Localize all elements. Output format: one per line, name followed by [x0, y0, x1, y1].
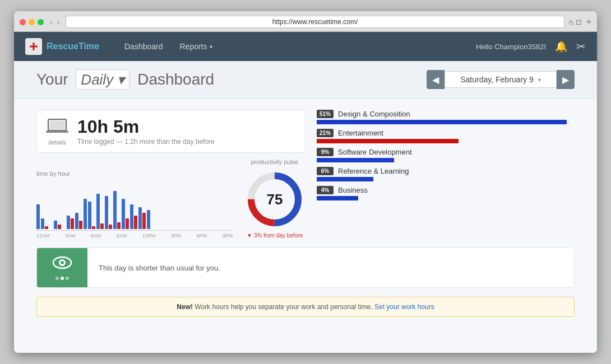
category-pct-1: 21% [317, 129, 334, 137]
insight-dot-1 [55, 277, 59, 280]
bottom-banner: New! Work hours help you separate your w… [36, 297, 575, 317]
red-bar-8 [92, 226, 95, 229]
svg-rect-4 [46, 130, 68, 133]
nav-dashboard[interactable]: Dashboard [116, 32, 172, 61]
next-date-button[interactable]: ▶ [557, 70, 575, 89]
red-bar-11 [117, 222, 121, 229]
reports-label: Reports [179, 42, 207, 51]
bar-label-0: 12AM [36, 233, 50, 239]
category-header-2: 9%Software Development [317, 148, 575, 156]
bar-label-3: 9AM [117, 233, 127, 239]
laptop-icon-wrap: details [46, 117, 68, 146]
address-bar[interactable]: https://www.rescuetime.com/ [66, 16, 564, 28]
blue-bar-8 [88, 202, 91, 229]
bar-group-5 [67, 216, 74, 229]
nav-reports[interactable]: Reports ▾ [171, 32, 220, 61]
details-link[interactable]: details [48, 139, 66, 146]
red-bar-1 [45, 226, 48, 229]
laptop-icon [46, 117, 68, 138]
red-bar-12 [126, 218, 129, 230]
notification-bell-icon[interactable]: 🔔 [555, 40, 567, 53]
bar-group-9 [96, 194, 104, 229]
browser-chrome: ‹ › https://www.rescuetime.com/ ⎋ ⊡ + [14, 11, 597, 32]
eye-icon [52, 255, 72, 273]
blue-bar-5 [67, 216, 70, 229]
insight-dot-3 [66, 277, 69, 280]
reports-dropdown-arrow: ▾ [210, 44, 212, 50]
bar-group-11 [113, 191, 121, 229]
main-content: details 10h 5m Time logged — 1.2h more t… [14, 99, 597, 353]
bar-group-1 [41, 218, 48, 230]
donut-score: 75 [267, 191, 283, 208]
bar-group-0 [36, 204, 40, 229]
category-row-2: 9%Software Development [317, 148, 575, 162]
bar-group-8 [88, 202, 95, 229]
category-name-4: Business [338, 186, 368, 194]
stats-row: details 10h 5m Time logged — 1.2h more t… [36, 110, 575, 239]
bar-label-4: 12PM [142, 233, 156, 239]
set-work-hours-link[interactable]: Set your work hours [374, 303, 434, 311]
nav-links: Dashboard Reports ▾ [116, 32, 221, 61]
bar-label-5: 3PM [171, 233, 182, 239]
prev-date-button[interactable]: ◀ [427, 70, 445, 89]
maximize-button[interactable] [38, 19, 44, 25]
current-date: Saturday, February 9 [460, 75, 533, 84]
category-pct-0: 51% [317, 110, 334, 118]
bar-chart-x-labels: 12AM3AM6AM9AM12PM3PM6PM9PM [36, 233, 233, 239]
blue-bar-6 [75, 213, 78, 229]
bookmark-button[interactable]: ⊡ [576, 18, 582, 26]
red-bar-10 [109, 225, 112, 229]
blue-bar-13 [130, 204, 133, 229]
category-bar-fill-2 [317, 158, 394, 162]
donut-sub-text: ▼ 3% from day before [247, 232, 303, 239]
nav-right: Hello Champion3582I 🔔 ✂ [476, 40, 586, 53]
category-bar-fill-4 [317, 196, 358, 200]
charts-row: time by hour 12AM3AM6AM9AM12PM3PM6PM9PM … [36, 158, 306, 239]
category-bar-fill-3 [317, 177, 373, 181]
blue-bar-15 [147, 210, 150, 229]
category-row-3: 6%Reference & Learning [317, 167, 575, 181]
bar-group-15 [147, 210, 150, 229]
time-logged-box: details 10h 5m Time logged — 1.2h more t… [36, 110, 306, 153]
insight-icon-wrap [37, 248, 87, 287]
blue-bar-1 [41, 218, 44, 230]
time-sub: Time logged — 1.2h more than the day bef… [77, 138, 215, 146]
new-badge: New! [177, 303, 193, 311]
category-bar-track-0 [317, 120, 575, 124]
logo-rescue: Rescue [47, 41, 78, 51]
category-bar-fill-0 [317, 120, 567, 124]
bar-chart [36, 180, 233, 231]
logo-text: RescueTime [47, 41, 99, 52]
red-bar-6 [79, 221, 82, 229]
blue-bar-12 [122, 199, 125, 229]
category-header-4: 4%Business [317, 186, 575, 194]
blue-bar-0 [36, 204, 40, 229]
back-button[interactable]: ‹ [48, 17, 54, 26]
category-name-0: Design & Composition [338, 110, 410, 118]
settings-icon[interactable]: ✂ [576, 40, 586, 53]
category-pct-2: 9% [317, 148, 334, 156]
new-tab-button[interactable]: + [586, 17, 591, 27]
hello-text: Hello Champion3582I [476, 43, 546, 51]
bar-group-3 [54, 221, 61, 229]
insight-text: This day is shorter than usual for you. [87, 255, 232, 281]
category-bar-track-4 [317, 196, 575, 200]
category-header-1: 21%Entertainment [317, 129, 575, 137]
time-info: 10h 5m Time logged — 1.2h more than the … [77, 118, 215, 146]
traffic-lights [20, 19, 44, 25]
bar-group-13 [130, 204, 137, 229]
category-row-4: 4%Business [317, 186, 575, 200]
dashboard-header: Your Daily ▾ Dashboard ◀ Saturday, Febru… [14, 61, 597, 99]
red-bar-5 [71, 218, 74, 230]
forward-button[interactable]: › [55, 17, 62, 26]
share-button[interactable]: ⎋ [569, 18, 573, 26]
category-bar-track-3 [317, 177, 575, 181]
close-button[interactable] [20, 19, 26, 25]
category-pct-3: 6% [317, 167, 334, 175]
title-daily[interactable]: Daily ▾ [76, 69, 129, 90]
category-row-1: 21%Entertainment [317, 129, 575, 143]
date-display: Saturday, February 9 ▾ [445, 71, 557, 88]
category-pct-4: 4% [317, 186, 334, 194]
insight-dots [55, 277, 69, 280]
minimize-button[interactable] [29, 19, 35, 25]
